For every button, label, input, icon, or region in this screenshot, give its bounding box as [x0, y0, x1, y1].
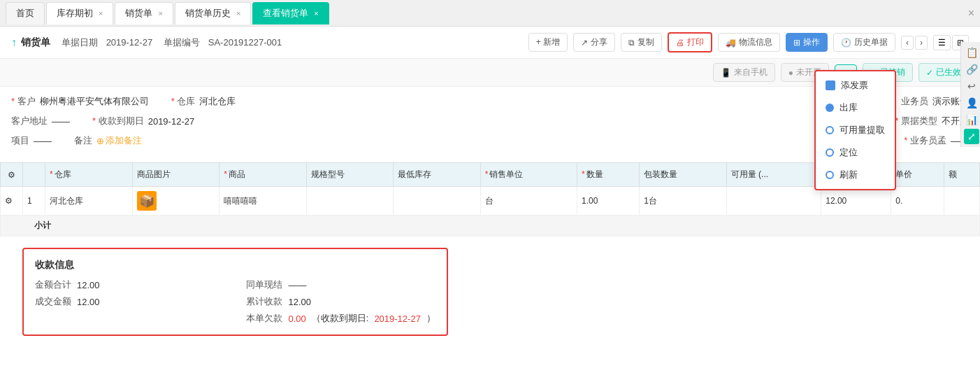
list-view-button[interactable]: ☰: [933, 35, 951, 50]
ticket-type-label: 票据类型: [895, 115, 937, 127]
same-order-row: 同单现结 ——: [246, 279, 435, 291]
table-row: ⚙ 1 河北仓库 📦 嘻嘻嘻嘻 台 1.00 1台 12.00 0.: [1, 187, 980, 216]
total-label: 金额合计: [35, 279, 71, 291]
tab-bar: 首页 库存期初 × 销货单 × 销货单历史 × 查看销货单 × ×: [0, 0, 980, 27]
row-unit-price: 0.: [891, 187, 944, 216]
tab-home[interactable]: 首页: [6, 2, 45, 24]
available-qty-label: 可用量提取: [840, 124, 885, 136]
available-qty-item[interactable]: 可用量提取: [816, 119, 895, 141]
col-quantity: *数量: [577, 163, 640, 187]
customer-field: 客户 柳州粤港平安气体有限公司: [11, 95, 149, 108]
project-value: ——: [34, 136, 52, 146]
row-min-stock: [394, 187, 481, 216]
effective-icon: ✓: [926, 68, 933, 78]
refresh-icon: [826, 171, 834, 179]
locate-item[interactable]: 定位: [816, 141, 895, 164]
salesperson-field: 业务员孟 ——: [904, 134, 969, 147]
address-field: 客户地址 ——: [11, 115, 70, 127]
col-gear: ⚙: [1, 163, 23, 187]
invoice-icon: [826, 80, 835, 90]
history-icon: 🕐: [841, 38, 851, 48]
ticket-type-field: 票据类型 不开票: [895, 115, 969, 127]
grid-icon: ⊞: [793, 38, 800, 48]
sidebar-link-icon[interactable]: 🔗: [964, 62, 979, 77]
row-product: 嘻嘻嘻嘻: [219, 187, 307, 216]
sidebar-chart-icon[interactable]: 📊: [964, 112, 979, 127]
row-amount: [944, 187, 979, 216]
tab-inventory-label: 库存期初: [57, 7, 93, 20]
tab-view-sales-label: 查看销货单: [263, 7, 308, 20]
tab-sales-history[interactable]: 销货单历史 ×: [175, 2, 251, 24]
table-body: ⚙ 1 河北仓库 📦 嘻嘻嘻嘻 台 1.00 1台 12.00 0.: [1, 187, 980, 237]
project-label: 项目: [11, 134, 29, 147]
cumulative-label: 累计收款: [246, 295, 282, 308]
from-phone-button[interactable]: 📱 来自手机: [713, 63, 775, 82]
row-gear[interactable]: ⚙: [1, 187, 23, 216]
sidebar-return-icon[interactable]: ↩: [964, 78, 979, 94]
tab-sales-close[interactable]: ×: [158, 9, 162, 17]
sidebar-user-icon[interactable]: 👤: [964, 95, 979, 111]
phone-icon: 📱: [721, 68, 731, 78]
outbound-icon: [826, 104, 834, 112]
add-note-button[interactable]: ⊕ 添加备注: [96, 134, 142, 147]
logistics-button[interactable]: 🚚 物流信息: [718, 33, 780, 52]
warehouse-field: 仓库 河北仓库: [171, 95, 236, 108]
payment-date-value: 2019-12-27: [148, 116, 195, 127]
doc-number-label: 单据编号 SA-20191227-001: [164, 36, 282, 49]
row-num: 1: [23, 187, 45, 216]
prev-button[interactable]: ‹: [901, 36, 914, 50]
new-button[interactable]: + 新增: [528, 33, 568, 52]
ticket-icon: ●: [788, 68, 793, 78]
doc-actions: + 新增 ↗ 分享 ⧉ 复制 🖨 打印 🚚 物流信息 ⊞ 操作 �: [528, 32, 969, 52]
tab-bar-close[interactable]: ×: [968, 7, 974, 20]
col-image: 商品图片: [132, 163, 219, 187]
operations-button[interactable]: ⊞ 操作: [786, 33, 828, 52]
doc-header: ↑ 销货单 单据日期 2019-12-27 单据编号 SA-20191227-0…: [0, 27, 980, 59]
col-unit-price: 单价: [891, 163, 944, 187]
refresh-label: 刷新: [840, 169, 858, 181]
outbound-item[interactable]: 出库: [816, 97, 895, 119]
row-quantity: 1.00: [577, 187, 640, 216]
col-pack-qty: 包装数量: [640, 163, 727, 187]
doc-type-label: 销货单: [21, 36, 50, 49]
doc-date-value: 2019-12-27: [106, 37, 153, 48]
same-order-label: 同单现结: [246, 279, 282, 291]
payment-grid: 金额合计 12.00 同单现结 —— 成交金额 12.00 累计收款 12.00: [35, 279, 435, 325]
owed-date: 2019-12-27: [374, 314, 421, 324]
tab-inventory[interactable]: 库存期初 ×: [46, 2, 113, 24]
total-value: 12.00: [77, 280, 100, 290]
add-invoice-item[interactable]: 添发票: [816, 74, 895, 97]
sidebar-expand-icon[interactable]: ⤢: [964, 129, 979, 144]
doc-type-icon: ↑: [11, 36, 17, 49]
print-button[interactable]: 🖨 打印: [668, 32, 712, 52]
row-warehouse: 河北仓库: [45, 187, 133, 216]
copy-button[interactable]: ⧉ 复制: [621, 33, 662, 52]
cumulative-row: 累计收款 12.00: [246, 295, 435, 308]
col-product: *商品: [219, 163, 307, 187]
doc-title: ↑ 销货单: [11, 36, 50, 49]
total-row: 金额合计 12.00: [35, 279, 224, 291]
tab-inventory-close[interactable]: ×: [99, 9, 103, 17]
payment-title: 收款信息: [35, 259, 435, 272]
tab-view-sales[interactable]: 查看销货单 ×: [252, 2, 329, 24]
owed-row: 本单欠款 0.00 （收款到期日: 2019-12-27 ）: [246, 312, 435, 325]
history-button[interactable]: 🕐 历史单据: [833, 33, 895, 52]
col-available: 可用量 (...: [726, 163, 821, 187]
doc-date-label: 单据日期 2019-12-27: [62, 36, 152, 49]
tab-home-label: 首页: [16, 7, 34, 20]
payment-box: 收款信息 金额合计 12.00 同单现结 —— 成交金额 12.00 累计收款 …: [22, 248, 448, 336]
truck-icon: 🚚: [726, 38, 736, 48]
locate-icon: [826, 148, 834, 157]
col-amount: 额: [944, 163, 979, 187]
refresh-item[interactable]: 刷新: [816, 164, 895, 186]
tab-sales[interactable]: 销货单 ×: [115, 2, 173, 24]
share-button[interactable]: ↗ 分享: [573, 33, 615, 52]
tab-sales-history-close[interactable]: ×: [236, 9, 240, 17]
sidebar-docs-icon[interactable]: 📋: [964, 45, 979, 60]
col-num: [23, 163, 45, 187]
tab-view-sales-close[interactable]: ×: [314, 9, 318, 17]
add-invoice-label: 添发票: [841, 79, 868, 92]
next-button[interactable]: ›: [915, 36, 928, 50]
row-available: [726, 187, 821, 216]
cumulative-value: 12.00: [288, 297, 311, 307]
